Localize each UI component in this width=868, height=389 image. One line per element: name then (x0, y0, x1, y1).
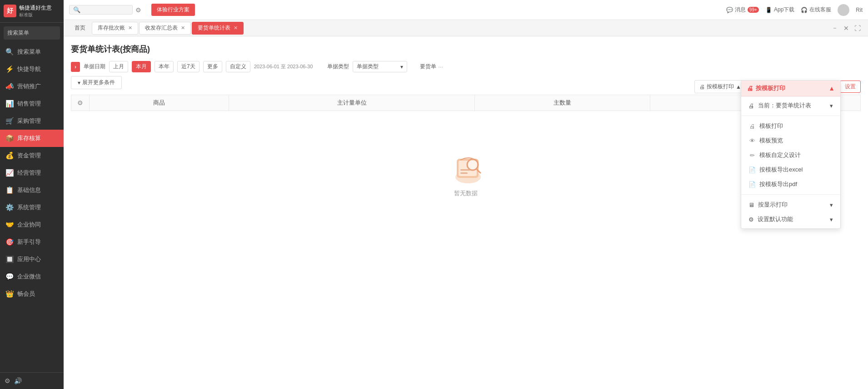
tabs-bar-right: － ✕ ⛶ (830, 23, 863, 33)
grid-icon: 🔲 (5, 255, 14, 263)
print-icon: 🖨 (748, 123, 756, 130)
sidebar-item-wechat[interactable]: 💬 企业微信 (0, 268, 64, 285)
page-title: 要货单统计表(按商品) (71, 44, 861, 55)
sidebar-item-system[interactable]: ⚙️ 系统管理 (0, 199, 64, 216)
dropdown-template-excel[interactable]: 📄 按模板导出excel (741, 162, 840, 177)
app-icon: 📱 (765, 7, 772, 13)
tab-batch-account[interactable]: 库存批次账 ✕ (92, 22, 138, 35)
dropdown-current-template[interactable]: 🖨 当前：要货单统计表 ▾ (741, 98, 840, 113)
sidebar-item-purchase[interactable]: 🛒 采购管理 (0, 112, 64, 130)
username-label: Rit (856, 7, 863, 13)
dropdown-close-btn[interactable]: ▲ (828, 85, 835, 92)
batch-account-tab-close[interactable]: ✕ (128, 25, 132, 31)
date-btn-more[interactable]: 更多 (203, 61, 222, 72)
tab-receipt-summary[interactable]: 收发存汇总表 ✕ (139, 22, 191, 35)
tab-order-stats[interactable]: 要货单统计表 ✕ (192, 22, 244, 35)
dropdown-template-design[interactable]: ✏ 模板自定义设计 (741, 148, 840, 162)
table-column-settings-icon[interactable]: ⚙ (77, 99, 83, 106)
excel-icon: 📄 (748, 167, 756, 173)
clipboard-icon: 📋 (5, 186, 14, 194)
dropdown-header: 🖨 按模板打印 ▲ (741, 81, 840, 96)
topbar-search-input[interactable] (82, 7, 123, 13)
megaphone-icon: 📣 (5, 82, 14, 91)
sidebar-item-inventory[interactable]: 📦 库存核算 (0, 130, 64, 147)
tab-minimize-btn[interactable]: － (830, 23, 840, 33)
type-filter-label: 单据类型 (327, 63, 349, 71)
tab-maximize-btn[interactable]: ⛶ (853, 24, 863, 33)
print-dropdown-btn[interactable]: 🖨 按模板打印 ▲ (694, 80, 746, 93)
dropdown-default-func[interactable]: ⚙ 设置默认功能 ▾ (741, 212, 840, 227)
date-btn-this-year[interactable]: 本年 (155, 61, 174, 72)
svg-rect-6 (460, 172, 468, 174)
order-stats-tab-label: 要货单统计表 (198, 24, 230, 32)
content-area: 要货单统计表(按商品) › 单据日期 上月 本月 本年 近7天 更多 自定义 2… (64, 36, 868, 389)
sidebar-search-area[interactable]: 搜索菜单 (0, 23, 64, 43)
cart-icon: 🛒 (5, 117, 14, 125)
message-item[interactable]: 💬 消息 99+ (726, 6, 759, 14)
col-quantity: 主数量 (475, 95, 650, 111)
box-icon: 📦 (5, 134, 14, 142)
sidebar-item-operation[interactable]: 📈 经营管理 (0, 164, 64, 182)
tab-home[interactable]: 首页 (69, 22, 91, 35)
sidebar-item-member[interactable]: 👑 畅会员 (0, 285, 64, 303)
type-filter-select[interactable]: 单据类型 ▾ (353, 61, 407, 72)
topbar-right: 💬 消息 99+ 📱 App下载 🎧 在线客服 Rit (726, 4, 863, 16)
handshake-icon: 🤝 (5, 221, 14, 229)
sidebar-item-finance[interactable]: 💰 资金管理 (0, 147, 64, 164)
sidebar-settings-btn[interactable]: ⚙ (5, 377, 10, 384)
headset-icon: 🎧 (801, 7, 808, 13)
chevron-right-icon-2: ▾ (830, 202, 833, 208)
dropdown-section-items: 🖨 模板打印 👁 模板预览 ✏ 模板自定义设计 📄 按模板导出excel 📄 (741, 117, 840, 193)
date-range-label: 2023-06-01 至 2023-06-30 (254, 63, 313, 70)
settings-btn[interactable]: 设置 (840, 81, 861, 93)
sidebar-search-btn[interactable]: 搜索菜单 (4, 26, 60, 40)
target-icon: 🎯 (5, 238, 14, 246)
topbar: 🔍 ⚙ 体验行业方案 💬 消息 99+ 📱 App下载 🎧 在线客服 (64, 0, 868, 20)
receipt-summary-tab-close[interactable]: ✕ (181, 25, 185, 31)
edit-icon: ✏ (748, 152, 756, 159)
date-filter-label: 单据日期 (84, 63, 105, 71)
tab-close-btn[interactable]: ✕ (842, 24, 851, 33)
sidebar-item-marketing[interactable]: 📣 营销推广 (0, 78, 64, 95)
expand-conditions-btn[interactable]: ▾ 展开更多条件 (71, 76, 122, 89)
sidebar-item-search[interactable]: 🔍 搜索菜单 (0, 43, 64, 61)
date-btn-last-month[interactable]: 上月 (109, 61, 128, 72)
sidebar: 好 畅捷通好生意 标准版 搜索菜单 🔍 搜索菜单 ⚡ 快捷导航 📣 营销推广 📊… (0, 0, 64, 389)
trial-btn[interactable]: 体验行业方案 (151, 4, 195, 16)
dropdown-template-preview[interactable]: 👁 模板预览 (741, 133, 840, 148)
message-badge: 99+ (748, 7, 759, 13)
batch-account-tab-label: 库存批次账 (98, 24, 125, 32)
app-download-item[interactable]: 📱 App下载 (765, 6, 794, 14)
pdf-icon: 📄 (748, 181, 756, 188)
date-btn-7days[interactable]: 近7天 (177, 61, 200, 72)
date-btn-this-month[interactable]: 本月 (132, 61, 151, 72)
topbar-search-area[interactable]: 🔍 (69, 5, 133, 15)
receipt-summary-tab-label: 收发存汇总表 (145, 24, 178, 32)
sidebar-item-sales[interactable]: 📊 销售管理 (0, 95, 64, 112)
sidebar-sound-btn[interactable]: 🔊 (14, 377, 22, 384)
more-options-icon[interactable]: ··· (438, 63, 443, 70)
date-btn-custom[interactable]: 自定义 (226, 61, 250, 72)
chevron-right-icon: ▾ (830, 102, 833, 109)
sidebar-item-guide[interactable]: 🎯 新手引导 (0, 233, 64, 251)
sidebar-item-quick-nav[interactable]: ⚡ 快捷导航 (0, 61, 64, 78)
money-icon: 💰 (5, 152, 14, 160)
gear-settings-icon: ⚙ (135, 6, 141, 14)
chevron-down-icon: ▾ (400, 64, 403, 70)
empty-icon (448, 147, 484, 184)
sidebar-item-apps[interactable]: 🔲 应用中心 (0, 251, 64, 268)
current-template-icon: 🖨 (748, 102, 754, 109)
support-item[interactable]: 🎧 在线客服 (801, 6, 831, 14)
filter-expand-btn[interactable]: › (71, 62, 80, 72)
search-icon: 🔍 (5, 48, 14, 56)
topbar-gear-btn[interactable]: ⚙ (135, 6, 141, 14)
col-unit: 主计量单位 (229, 95, 475, 111)
sidebar-item-collab[interactable]: 🤝 企业协同 (0, 216, 64, 233)
dropdown-display-print[interactable]: 🖥 按显示打印 ▾ (741, 197, 840, 212)
order-stats-tab-close[interactable]: ✕ (234, 25, 238, 31)
default-func-icon: ⚙ (748, 216, 754, 223)
dropdown-template-pdf[interactable]: 📄 按模板导出pdf (741, 177, 840, 192)
sidebar-item-basic[interactable]: 📋 基础信息 (0, 182, 64, 199)
dropdown-template-print[interactable]: 🖨 模板打印 (741, 119, 840, 133)
app-logo-icon: 好 (4, 5, 16, 17)
